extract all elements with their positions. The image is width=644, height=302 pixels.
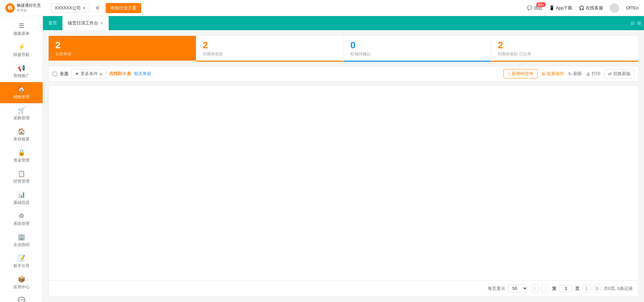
page-size-select[interactable]: 50 100 200 — [508, 285, 528, 292]
company-selector[interactable]: XXXXXX公司 ▼ — [51, 3, 90, 13]
sidebar-item-search[interactable]: ☰ 搜索菜单 — [0, 19, 43, 40]
finance-icon: 🔒 — [18, 149, 25, 156]
user-name: OfTEn — [626, 5, 639, 10]
sidebar-item-purchase[interactable]: 🛒 采购管理 — [0, 103, 43, 124]
refresh-label: 刷新 — [573, 71, 582, 77]
stats-num-overdue: 2 — [203, 41, 337, 50]
switch-label: 切换新版 — [613, 71, 631, 77]
stats-num-shipped: 2 — [498, 41, 632, 50]
wechat-icon: 💬 — [18, 297, 25, 302]
toolbar: 全选 ▼ 更多条件 ∨ 共找到 0 条 相关单据 + 新增销货单 — [48, 66, 639, 81]
table-area: 每页显示 50 100 200 ⟨⟨ ⟨ 第 页 ⟩ ⟩⟩ 共0页, 0条记录 — [48, 85, 639, 297]
switch-icon: ⇄ — [608, 71, 612, 76]
stats-num-pending: 0 — [351, 41, 484, 50]
table-empty-state — [49, 86, 638, 280]
sidebar-item-inventory[interactable]: 🏠 库存核算 — [0, 124, 43, 145]
page-prev-button[interactable]: ⟨ — [541, 285, 549, 293]
add-sales-order-button[interactable]: + 新增销货单 — [503, 69, 538, 78]
sidebar-item-enterprise[interactable]: 🏢 企业协同 — [0, 230, 43, 251]
sidebar-item-finance[interactable]: 🔒 资金管理 — [0, 145, 43, 167]
tab-home[interactable]: 首页 — [43, 16, 62, 30]
app-download-button[interactable]: 📱 App下载 — [549, 5, 572, 11]
sidebar-label-search: 搜索菜单 — [13, 31, 30, 37]
service-icon: 🎧 — [579, 5, 584, 10]
pagination: 每页显示 50 100 200 ⟨⟨ ⟨ 第 页 ⟩ ⟩⟩ 共0页, 0条记录 — [49, 280, 638, 296]
logo-icon: 畅 — [5, 3, 15, 13]
download-icon: 📱 — [549, 5, 554, 10]
tab-bar: 首页 钱货日清工作台 ✕ ⊟ ⊞ — [43, 16, 644, 30]
stats-desc-all: 全部单据 — [55, 51, 189, 57]
card-underline-shipped — [491, 61, 638, 62]
card-underline-overdue — [196, 61, 343, 62]
tab-expand-icon[interactable]: ⊞ — [637, 20, 641, 26]
page-summary: 共0页, 0条记录 — [604, 286, 633, 292]
sidebar-item-operation[interactable]: 📋 经营管理 — [0, 167, 43, 188]
sidebar-item-guide[interactable]: 📝 新手引导 — [0, 251, 43, 272]
stats-desc-overdue: 到期未收款 — [203, 51, 337, 57]
sidebar-item-quick-nav[interactable]: ⚡ 快捷导航 — [0, 40, 43, 61]
tab-cashflow[interactable]: 钱货日清工作台 ✕ — [62, 16, 109, 30]
inventory-icon: 🏠 — [18, 128, 25, 135]
guide-icon: 📝 — [18, 254, 25, 262]
message-badge: 99+ — [536, 2, 546, 7]
message-button[interactable]: 💬 消息 99+ — [527, 5, 542, 11]
sidebar: ☰ 搜索菜单 ⚡ 快捷导航 📢 营销推广 🏠 销售管理 🛒 采购管理 🏠 库存核… — [0, 16, 43, 302]
select-all-label: 全选 — [60, 71, 68, 77]
logo-subtitle: 标准版 — [17, 8, 41, 13]
appcenter-icon: 📦 — [18, 276, 25, 283]
page-label: 第 — [552, 286, 556, 292]
select-all-checkbox[interactable] — [53, 72, 57, 76]
filter-icon: ▼ — [75, 71, 79, 76]
print-icon: 🖨 — [586, 71, 590, 76]
trial-button[interactable]: 体验行业方案 — [106, 3, 141, 13]
app-download-label: App下载 — [556, 5, 572, 11]
toolbar-right: + 新增销货单 ⊞ 批量操作 ↻ 刷新 🖨 打印 ⇄ — [503, 69, 634, 78]
sidebar-item-marketing[interactable]: 📢 营销推广 — [0, 61, 43, 82]
system-icon: ⚙ — [19, 212, 24, 220]
sidebar-label-sales: 销售管理 — [13, 94, 30, 100]
filter-chevron-icon: ∨ — [99, 71, 103, 76]
stats-card-pending[interactable]: 0 旺铺待确认 — [344, 36, 491, 62]
sidebar-label-enterprise: 企业协同 — [13, 242, 30, 248]
page-size-label: 每页显示 — [488, 286, 505, 292]
sidebar-item-app-center[interactable]: 📦 应用中心 — [0, 272, 43, 293]
tab-restore-icon[interactable]: ⊟ — [631, 20, 635, 26]
page-input[interactable] — [559, 285, 573, 292]
print-button[interactable]: 🖨 打印 — [586, 71, 600, 77]
page-label2: 页 — [575, 286, 580, 292]
switch-version-button[interactable]: ⇄ 切换新版 — [604, 69, 634, 78]
baseinfo-icon: 📊 — [18, 191, 25, 198]
stats-card-all[interactable]: 2 全部单据 — [49, 36, 196, 62]
sidebar-item-wechat[interactable]: 💬 企业微信 — [0, 293, 43, 302]
online-service-button[interactable]: 🎧 在线客服 — [579, 5, 603, 11]
page-last-button[interactable]: ⟩⟩ — [593, 285, 601, 293]
sidebar-label-finance: 资金管理 — [13, 158, 30, 163]
sidebar-item-base-info[interactable]: 📊 基础信息 — [0, 188, 43, 209]
related-link[interactable]: 相关单据 — [134, 71, 151, 77]
stats-card-overdue[interactable]: 2 到期未收款 — [196, 36, 344, 62]
batch-operation-button[interactable]: ⊞ 批量操作 — [542, 71, 564, 77]
tab-close-icon[interactable]: ✕ — [100, 21, 103, 25]
page-first-button[interactable]: ⟨⟨ — [531, 285, 539, 293]
filter-button[interactable]: ▼ 更多条件 ∨ — [71, 69, 106, 78]
found-prefix: 共找到 — [109, 71, 122, 76]
main-layout: ☰ 搜索菜单 ⚡ 快捷导航 📢 营销推广 🏠 销售管理 🛒 采购管理 🏠 库存核… — [0, 16, 644, 302]
card-underline-all — [49, 61, 196, 62]
stats-card-shipped[interactable]: 2 到期未收款 已出库 — [491, 36, 638, 62]
sidebar-item-sales[interactable]: 🏠 销售管理 — [0, 82, 43, 103]
page-next-button[interactable]: ⟩ — [582, 285, 590, 293]
batch-icon: ⊞ — [542, 71, 545, 76]
sidebar-label-inventory: 库存核算 — [13, 136, 30, 142]
settings-button[interactable]: ⚙ — [92, 3, 103, 13]
page-content: 2 全部单据 2 到期未收款 0 旺铺待确认 2 到期未收款 已出库 — [43, 30, 644, 302]
logo-text-block: 畅捷通好生意 标准版 — [17, 3, 41, 13]
operation-icon: 📋 — [18, 170, 25, 177]
tab-bar-actions: ⊟ ⊞ — [631, 20, 644, 26]
avatar[interactable] — [610, 3, 619, 13]
filter-label: 更多条件 — [80, 71, 98, 77]
sidebar-label-marketing: 营销推广 — [13, 73, 30, 79]
sidebar-item-system[interactable]: ⚙ 系统管理 — [0, 209, 43, 230]
refresh-button[interactable]: ↻ 刷新 — [568, 71, 582, 77]
refresh-icon: ↻ — [568, 71, 572, 76]
found-count-text: 共找到 0 条 — [109, 71, 131, 77]
